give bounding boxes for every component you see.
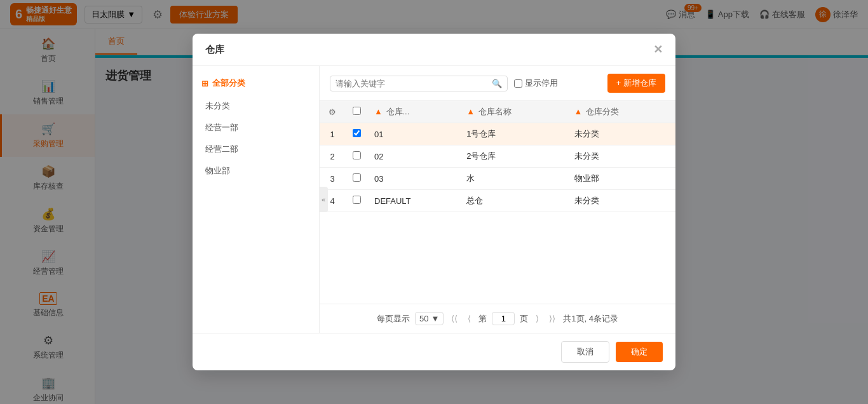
category-item-property[interactable]: 物业部 [193,160,319,182]
page-label: 第 [478,313,487,325]
table-row[interactable]: 2 02 2号仓库 未分类 [320,145,675,168]
modal-body: ⊞ 全部分类 未分类 经营一部 经营二部 物业部 « 🔍 [193,66,675,333]
page-unit: 页 [520,313,528,325]
per-page-select[interactable]: 50 ▼ [415,312,444,325]
show-disabled-toggle[interactable]: 显示停用 [514,77,558,89]
collapse-category-button[interactable]: « [319,187,328,212]
show-disabled-checkbox[interactable] [514,79,522,88]
row-checkbox[interactable] [353,173,361,182]
confirm-button[interactable]: 确定 [616,342,663,362]
row-name: 总仓 [460,190,567,212]
category-header-label: 全部分类 [212,77,245,89]
col-gear[interactable]: ⚙ [320,101,345,123]
select-all-checkbox[interactable] [353,107,361,115]
row-checkbox[interactable] [353,151,361,159]
table-container: ⚙ ▲ 仓库... ▲ [320,101,675,304]
table-body: 1 01 1号仓库 未分类 2 02 2号仓库 未分类 3 03 水 物业部 4… [320,123,675,212]
row-num: 1 [320,123,345,145]
table-panel: 🔍 显示停用 + 新增仓库 ⚙ [320,66,675,333]
row-checkbox[interactable] [353,196,361,204]
sort-category-icon: ▲ [574,107,583,116]
row-name: 2号仓库 [460,145,567,168]
total-info: 共1页, 4条记录 [563,313,618,325]
row-num: 2 [320,145,345,168]
row-code: 02 [368,145,460,168]
search-box: 🔍 [330,76,508,91]
row-check [345,168,368,190]
per-page-dropdown-icon: ▼ [431,314,439,323]
col-check [345,101,368,123]
per-page-value: 50 [419,314,428,323]
category-header-icon: ⊞ [201,79,208,88]
category-item-ops2[interactable]: 经营二部 [193,138,319,160]
row-code: 01 [368,123,460,145]
add-warehouse-button[interactable]: + 新增仓库 [607,74,665,93]
row-checkbox[interactable] [353,129,361,137]
category-item-ops1[interactable]: 经营一部 [193,117,319,138]
sort-name-icon: ▲ [466,107,475,116]
modal-footer: 取消 确定 [193,333,675,370]
pagination: 每页显示 50 ▼ ⟨⟨ ⟨ 第 页 ⟩ ⟩⟩ 共1页, 4条记录 [320,304,675,333]
modal-header: 仓库 ✕ [193,34,675,66]
category-header: ⊞ 全部分类 [193,74,319,95]
prev-page-button[interactable]: ⟨ [465,313,473,325]
row-check [345,190,368,212]
modal-overlay: 仓库 ✕ ⊞ 全部分类 未分类 经营一部 经营二部 物业部 « [0,0,868,404]
col-code: ▲ 仓库... [368,101,460,123]
col-category: ▲ 仓库分类 [568,101,675,123]
search-input[interactable] [336,79,489,88]
gear-icon: ⚙ [329,107,336,117]
per-page-label: 每页显示 [377,313,410,325]
show-disabled-label: 显示停用 [525,77,558,89]
table-row[interactable]: 3 03 水 物业部 [320,168,675,190]
row-category: 物业部 [568,168,675,190]
table-header-row: ⚙ ▲ 仓库... ▲ [320,101,675,123]
row-name: 水 [460,168,567,190]
row-check [345,123,368,145]
modal-title: 仓库 [205,44,224,56]
row-name: 1号仓库 [460,123,567,145]
table-toolbar: 🔍 显示停用 + 新增仓库 [320,66,675,101]
cancel-button[interactable]: 取消 [561,341,609,363]
modal-close-button[interactable]: ✕ [653,43,663,57]
row-category: 未分类 [568,145,675,168]
sort-code-icon: ▲ [374,107,383,116]
last-page-button[interactable]: ⟩⟩ [546,313,558,325]
table-row[interactable]: 1 01 1号仓库 未分类 [320,123,675,145]
category-item-uncategorized[interactable]: 未分类 [193,95,319,117]
warehouse-table: ⚙ ▲ 仓库... ▲ [320,101,675,212]
table-head: ⚙ ▲ 仓库... ▲ [320,101,675,123]
row-category: 未分类 [568,190,675,212]
table-row[interactable]: 4 DEFAULT 总仓 未分类 [320,190,675,212]
col-name: ▲ 仓库名称 [460,101,567,123]
row-code: 03 [368,168,460,190]
row-check [345,145,368,168]
first-page-button[interactable]: ⟨⟨ [449,313,460,325]
category-panel: ⊞ 全部分类 未分类 经营一部 经营二部 物业部 « [193,66,320,333]
row-category: 未分类 [568,123,675,145]
row-code: DEFAULT [368,190,460,212]
search-icon: 🔍 [492,79,502,88]
page-number-input[interactable] [492,312,515,325]
next-page-button[interactable]: ⟩ [533,313,541,325]
warehouse-modal: 仓库 ✕ ⊞ 全部分类 未分类 经营一部 经营二部 物业部 « [193,34,675,370]
